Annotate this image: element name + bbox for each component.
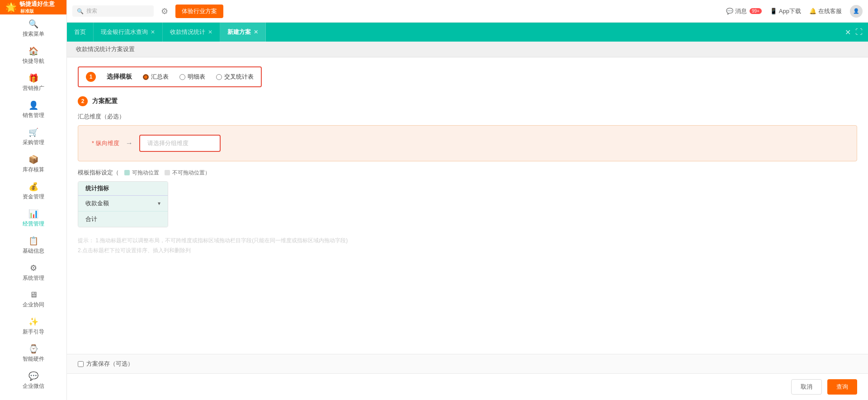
legend-draggable-label: 可拖动位置 — [132, 169, 159, 177]
page-title: 收款情况统计方案设置 — [76, 46, 135, 52]
metrics-total-row: 合计 — [78, 212, 168, 227]
tab-home[interactable]: 首页 — [67, 23, 94, 42]
online-service-button[interactable]: 🔔 在线客服 — [809, 7, 842, 15]
smart-hw-icon: ⌚ — [28, 344, 38, 354]
tab-new-plan[interactable]: 新建方案 ✕ — [220, 23, 266, 42]
step1-title: 选择模板 — [107, 73, 132, 81]
inventory-icon: 📦 — [28, 155, 38, 165]
save-checkbox[interactable] — [78, 361, 84, 367]
dimension-arrow-icon: → — [126, 139, 133, 147]
sidebar-item-system[interactable]: ⚙ 系统管理 — [0, 259, 66, 286]
sidebar-item-inventory[interactable]: 📦 库存核算 — [0, 150, 66, 177]
sidebar-item-marketing[interactable]: 🎁 营销推广 — [0, 69, 66, 96]
step2-badge: 2 — [78, 96, 88, 106]
search-placeholder-text: 搜索 — [86, 7, 97, 15]
sidebar-item-search-menu[interactable]: 🔍 搜索菜单 — [0, 14, 66, 42]
tab-new-plan-label: 新建方案 — [227, 28, 251, 36]
dimension-row: 纵向维度 → 请选择分组维度 — [92, 135, 843, 152]
avatar-icon: 👤 — [853, 8, 859, 14]
tab-new-plan-close-icon[interactable]: ✕ — [254, 29, 258, 35]
metrics-label-text: 模板指标设定（ — [78, 169, 119, 177]
sidebar-item-newbie[interactable]: ✨ 新手引导 — [0, 312, 66, 339]
sidebar-item-label: 经营管理 — [23, 220, 44, 228]
step2-title: 方案配置 — [92, 97, 118, 105]
tab-close-all-icon[interactable]: ✕ — [845, 28, 851, 37]
dimension-input-box[interactable]: 请选择分组维度 — [139, 135, 221, 152]
sidebar-item-label: 资金管理 — [23, 193, 44, 201]
tab-receipt-stats-close-icon[interactable]: ✕ — [208, 29, 212, 35]
radio-summary-input[interactable] — [143, 74, 149, 80]
main-area: 🔍 搜索 ⚙ 体验行业方案 💬 消息 99+ 📱 App下载 🔔 在线客服 👤 — [67, 0, 868, 400]
tab-receipt-stats-label: 收款情况统计 — [170, 28, 205, 36]
legend-fixed-label: 不可拖动位置） — [172, 169, 210, 177]
metrics-dropdown-0[interactable]: ▾ — [158, 200, 160, 207]
step1-badge: 1 — [86, 72, 96, 82]
sidebar-item-corp-wechat[interactable]: 💬 企业微信 — [0, 367, 66, 394]
tab-maximize-icon[interactable]: ⛶ — [855, 28, 863, 36]
fixed-dot — [165, 170, 170, 175]
sidebar-item-management[interactable]: 📊 经营管理 — [0, 204, 66, 231]
finance-icon: 💰 — [28, 182, 38, 192]
tab-receipt-stats[interactable]: 收款情况统计 ✕ — [163, 23, 220, 42]
sidebar-item-basic-info[interactable]: 📋 基础信息 — [0, 231, 66, 259]
sales-icon: 👤 — [28, 100, 38, 110]
industry-solution-button[interactable]: 体验行业方案 — [175, 5, 223, 18]
topbar-search-box[interactable]: 🔍 搜索 — [72, 5, 154, 17]
topbar-gear-icon[interactable]: ⚙ — [161, 6, 168, 16]
footer-bar: 取消 查询 — [67, 373, 868, 400]
tabbar-controls: ✕ ⛶ — [840, 23, 868, 42]
basic-info-icon: 📋 — [28, 236, 38, 246]
save-bar: 方案保存（可选） — [67, 354, 868, 373]
hint-text-1: 提示： 1.拖动标题栏可以调整布局，不可跨维度或指标区域拖动栏目字段(只能在同一… — [78, 236, 857, 246]
service-icon: 🔔 — [809, 8, 816, 14]
tab-bank-flow-label: 现金银行流水查询 — [101, 28, 148, 36]
corp-collab-icon: 🖥 — [29, 290, 38, 300]
hint-text-2: 2.点击标题栏下拉可设置排序、插入列和删除列 — [78, 246, 857, 256]
save-label[interactable]: 方案保存（可选） — [86, 360, 133, 368]
dimension-row-label: 纵向维度 — [92, 139, 119, 147]
legend-draggable: 可拖动位置 — [124, 169, 159, 177]
sidebar: 🌟 畅捷通好生意 标准版 🔍 搜索菜单 🏠 快捷导航 🎁 营销推广 👤 销售管理… — [0, 0, 67, 400]
sidebar-item-smart-hw[interactable]: ⌚ 智能硬件 — [0, 339, 66, 367]
sidebar-item-label: 智能硬件 — [23, 355, 44, 363]
query-button[interactable]: 查询 — [827, 379, 857, 395]
tab-bank-flow-close-icon[interactable]: ✕ — [151, 29, 155, 35]
app-download-label: App下载 — [779, 7, 801, 15]
sidebar-item-label: 企业协同 — [23, 301, 44, 309]
step2-header: 2 方案配置 — [78, 96, 857, 106]
metrics-row-label-0: 收款金额 — [85, 199, 154, 207]
sidebar-item-label: 快捷导航 — [23, 57, 44, 65]
page-title-bar: 收款情况统计方案设置 — [67, 42, 868, 57]
system-icon: ⚙ — [30, 263, 37, 273]
radio-detail-input[interactable] — [179, 74, 185, 80]
user-avatar[interactable]: 👤 — [850, 5, 863, 18]
app-download-button[interactable]: 📱 App下载 — [770, 7, 801, 15]
template-select-row: 1 选择模板 汇总表 明细表 交叉统计表 — [78, 66, 262, 87]
message-button[interactable]: 💬 消息 99+ — [726, 7, 762, 15]
management-icon: 📊 — [28, 209, 38, 219]
radio-cross-input[interactable] — [216, 74, 222, 80]
sidebar-item-purchase[interactable]: 🛒 采购管理 — [0, 123, 66, 150]
purchase-icon: 🛒 — [28, 127, 38, 137]
corp-wechat-icon: 💬 — [28, 371, 38, 381]
radio-summary[interactable]: 汇总表 — [143, 73, 169, 81]
sidebar-item-member[interactable]: 🏷 畅会员 — [0, 394, 66, 400]
marketing-icon: 🎁 — [28, 73, 38, 83]
cancel-button[interactable]: 取消 — [791, 379, 822, 395]
radio-detail[interactable]: 明细表 — [179, 73, 205, 81]
tab-bank-flow[interactable]: 现金银行流水查询 ✕ — [94, 23, 163, 42]
sidebar-item-finance[interactable]: 💰 资金管理 — [0, 177, 66, 204]
dimension-config-label: 汇总维度（必选） — [78, 113, 857, 121]
logo-badge: 标准版 — [20, 8, 55, 14]
sidebar-item-sales[interactable]: 👤 销售管理 — [0, 96, 66, 123]
online-service-label: 在线客服 — [818, 7, 842, 15]
sidebar-item-corp-collab[interactable]: 🖥 企业协同 — [0, 286, 66, 312]
step1-section: 1 选择模板 汇总表 明细表 交叉统计表 — [78, 66, 857, 87]
newbie-icon: ✨ — [28, 317, 38, 327]
radio-cross[interactable]: 交叉统计表 — [216, 73, 254, 81]
tabbar: 首页 现金银行流水查询 ✕ 收款情况统计 ✕ 新建方案 ✕ ✕ ⛶ — [67, 23, 868, 42]
hint-section: 提示： 1.拖动标题栏可以调整布局，不可跨维度或指标区域拖动栏目字段(只能在同一… — [78, 236, 857, 255]
sidebar-item-quick-nav[interactable]: 🏠 快捷导航 — [0, 42, 66, 69]
step2-section: 2 方案配置 汇总维度（必选） 纵向维度 → 请选择分组维度 模板指标设定（ — [78, 96, 857, 255]
sidebar-item-label: 库存核算 — [23, 166, 44, 174]
